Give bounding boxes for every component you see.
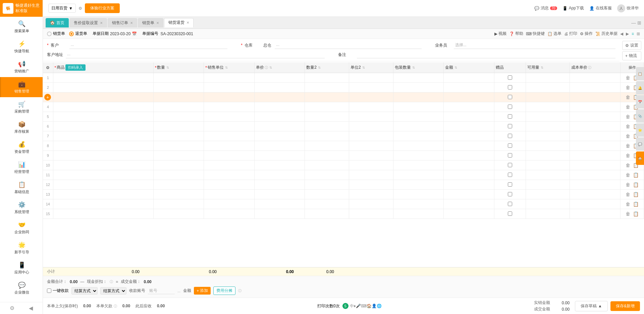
logistics-btn[interactable]: + 物流: [622, 51, 641, 60]
unit-cell-6[interactable]: [204, 122, 255, 131]
product-cell-1[interactable]: [53, 73, 153, 83]
product-cell-11[interactable]: [53, 170, 153, 180]
price-cell-10[interactable]: [254, 161, 305, 170]
available-sort-icon[interactable]: ⇅: [541, 66, 543, 69]
price-cell-11[interactable]: [254, 170, 305, 180]
pack-cell-1[interactable]: [393, 73, 444, 83]
gift-cell-7[interactable]: [494, 131, 526, 141]
qty-cell-3[interactable]: [153, 92, 204, 102]
pack-cell-15[interactable]: [393, 209, 444, 219]
unit-cell-1[interactable]: [204, 73, 255, 83]
qty-cell-1[interactable]: [153, 73, 204, 83]
one-click-checkbox[interactable]: [47, 289, 51, 293]
unit2-cell-13[interactable]: [349, 190, 393, 199]
qty2-cell-13[interactable]: [305, 190, 349, 199]
unit2-cell-15[interactable]: [349, 209, 393, 219]
qty-cell-8[interactable]: [153, 141, 204, 151]
tab-sales-delivery[interactable]: 销货单 ✕: [138, 18, 163, 27]
unit-price-info-icon[interactable]: ⓘ: [265, 65, 268, 70]
gift-cell-15[interactable]: [494, 209, 526, 219]
unit-cell-15[interactable]: [204, 209, 255, 219]
settings-side-btn[interactable]: ⚙ 设置: [622, 41, 641, 50]
pack-cell-10[interactable]: [393, 161, 444, 170]
sidebar-item-finance[interactable]: 💰 资金管理: [0, 137, 43, 158]
gift-cell-3[interactable]: [494, 92, 526, 102]
avail-cell-3[interactable]: [526, 92, 570, 102]
radio-return[interactable]: 退货单: [69, 31, 87, 37]
unit2-cell-8[interactable]: [349, 141, 393, 151]
qty2-cell-2[interactable]: [305, 83, 349, 92]
unit-cell-2[interactable]: [204, 83, 255, 92]
price-cell-9[interactable]: [254, 151, 305, 161]
account-input[interactable]: 账号: [148, 288, 175, 294]
delete-btn-6[interactable]: 🗑: [625, 123, 631, 130]
unit2-cell-5[interactable]: [349, 112, 393, 122]
tab-return-close[interactable]: ✕: [186, 21, 189, 24]
save-draft-button[interactable]: 保存草稿 ▲: [575, 301, 608, 311]
sidebar-item-wechat[interactable]: 💬 企业微信: [0, 278, 43, 298]
avail-cell-13[interactable]: [526, 190, 570, 199]
pack-cell-5[interactable]: [393, 112, 444, 122]
amount-cell-4[interactable]: [444, 102, 494, 112]
address-input[interactable]: ...: [66, 51, 325, 58]
amount-cell-2[interactable]: [444, 83, 494, 92]
copy-btn-15[interactable]: 📋: [632, 210, 639, 217]
product-input-3[interactable]: [55, 95, 152, 100]
gift-cell-10[interactable]: [494, 161, 526, 170]
qty-cell-15[interactable]: [153, 209, 204, 219]
gift-checkbox-12[interactable]: [508, 182, 512, 187]
sidebar-item-sales[interactable]: 💼 销售管理: [0, 77, 43, 97]
operate-btn[interactable]: ⚙ 操作: [580, 31, 593, 37]
th-gear[interactable]: ⚙: [43, 62, 53, 73]
unit-cell-13[interactable]: [204, 190, 255, 199]
amount-cell-13[interactable]: [444, 190, 494, 199]
single-owe-info[interactable]: ⓘ: [114, 304, 117, 308]
sidebar-item-inventory[interactable]: 📦 库存核算: [0, 117, 43, 137]
gift-checkbox-11[interactable]: [508, 173, 512, 177]
avail-cell-12[interactable]: [526, 180, 570, 190]
copy-btn-13[interactable]: 📋: [632, 191, 639, 198]
cost-cell-10[interactable]: [570, 161, 621, 170]
gift-checkbox-6[interactable]: [508, 124, 512, 128]
collapse-icon[interactable]: ◀: [29, 305, 33, 311]
fee-split-btn[interactable]: 费用分摊: [213, 287, 235, 295]
delete-btn-7[interactable]: 🗑: [625, 133, 631, 139]
unit2-cell-11[interactable]: [349, 170, 393, 180]
grid-view-icon[interactable]: ≡: [632, 32, 634, 36]
product-cell-15[interactable]: [53, 209, 153, 219]
unit2-cell-12[interactable]: [349, 180, 393, 190]
product-cell-6[interactable]: [53, 122, 153, 131]
delete-btn-15[interactable]: 🗑: [625, 210, 631, 217]
cost-cell-12[interactable]: [570, 180, 621, 190]
department-selector[interactable]: 日用百货 ▼: [48, 4, 76, 13]
amount-cell-12[interactable]: [444, 180, 494, 190]
delete-btn-12[interactable]: 🗑: [625, 181, 631, 188]
unit-cell-9[interactable]: [204, 151, 255, 161]
nav-next-icon[interactable]: ▶: [626, 32, 629, 36]
sidebar-item-member[interactable]: 👑 畅会员: [0, 298, 43, 302]
calc-method-select[interactable]: 结算方式: [100, 287, 126, 295]
shortcut-btn[interactable]: ⌨ 快捷键: [526, 31, 545, 37]
product-cell-8[interactable]: [53, 141, 153, 151]
settings-bottom-icon[interactable]: ⚙: [10, 305, 14, 311]
gift-checkbox-2[interactable]: [508, 85, 512, 89]
product-cell-4[interactable]: [53, 102, 153, 112]
video-btn[interactable]: ▶ 视频: [494, 31, 506, 37]
pack-cell-3[interactable]: [393, 92, 444, 102]
price-cell-3[interactable]: [254, 92, 305, 102]
gift-checkbox-8[interactable]: [508, 143, 512, 148]
delete-btn-3[interactable]: 🗑: [625, 94, 631, 101]
pack-cell-4[interactable]: [393, 102, 444, 112]
unit-cell-14[interactable]: [204, 199, 255, 209]
tab-price-close[interactable]: ✕: [100, 21, 103, 25]
online-service-item[interactable]: 👤 在线客服: [589, 5, 612, 11]
avail-cell-11[interactable]: [526, 170, 570, 180]
copy-btn-12[interactable]: 📋: [632, 181, 639, 188]
cost-cell-6[interactable]: [570, 122, 621, 131]
amount-cell-7[interactable]: [444, 131, 494, 141]
price-cell-15[interactable]: [254, 209, 305, 219]
amount-cell-1[interactable]: [444, 73, 494, 83]
date-value[interactable]: 2023-03-20: [110, 32, 130, 36]
price-cell-8[interactable]: [254, 141, 305, 151]
gift-cell-12[interactable]: [494, 180, 526, 190]
